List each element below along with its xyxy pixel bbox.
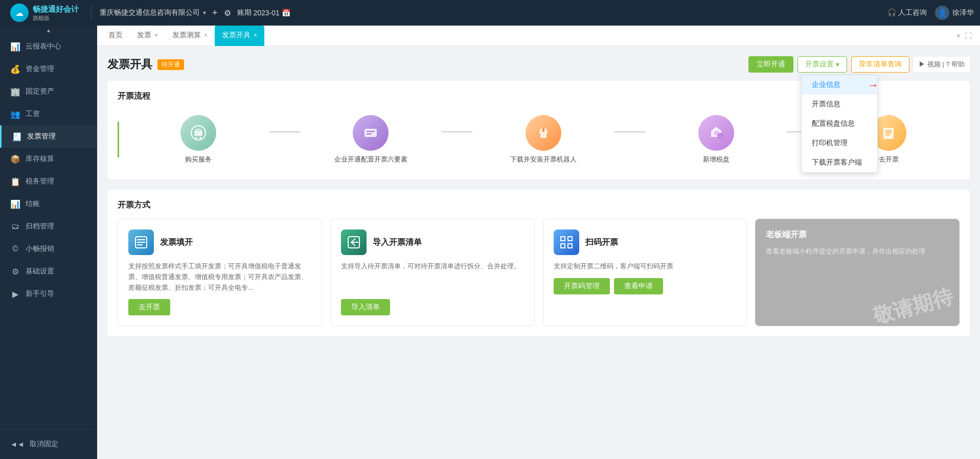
sidebar-item-invoice[interactable]: 🧾 发票管理 (0, 125, 97, 148)
methods-section: 开票方式 发票填开 支持按照发票样式手工填开发票；可开具增值税电子普通发票、增值… (107, 190, 970, 336)
report-icon: © (10, 244, 20, 254)
svg-rect-1 (194, 131, 202, 136)
activate-btn[interactable]: 立即开通 (748, 56, 793, 73)
method-scan-buttons: 开票码管理 查看申请 (554, 278, 737, 294)
overlay-text: 敬请期待 (870, 283, 956, 327)
dropdown-item-tax-config[interactable]: 配置税盘信息 (802, 114, 877, 133)
page-title-area: 发票开具 待开通 (107, 57, 184, 72)
tax-icon: 📋 (10, 176, 20, 187)
page-content: 发票开具 待开通 立即开通 开票设置 ▾ 异常清单查询 ▶ 视频 (97, 46, 980, 459)
method-card-import: 导入开票清单 支持导入待开票清单，可对待开票清单进行拆分、合并处理。 导入清单 (330, 219, 535, 326)
archive-icon: 🗂 (10, 221, 20, 232)
dropdown-item-company-info[interactable]: 企业信息 (802, 75, 877, 95)
sidebar-label-tax: 税务管理 (26, 177, 54, 186)
sidebar-item-inventory[interactable]: 📦 库存核算 (0, 148, 97, 170)
flow-step-buy-label: 购买服务 (185, 155, 212, 164)
company-name: 重庆畅捷交通信息咨询有限公司 (100, 8, 200, 17)
settings-dropdown-arrow: ▾ (836, 60, 839, 68)
sidebar-item-fund[interactable]: 💰 资金管理 (0, 58, 97, 80)
scroll-up-indicator[interactable]: ▲ (0, 26, 97, 35)
flow-step-download: 下载并安装开票机器人 (472, 115, 614, 164)
sidebar-item-settings[interactable]: ⚙ 基础设置 (0, 260, 97, 283)
method-fill-btn[interactable]: 去开票 (128, 299, 170, 315)
tab-invoice-open-label: 发票开具 (222, 31, 250, 40)
svg-text:+: + (719, 134, 721, 139)
sidebar-label-settings: 基础设置 (26, 267, 54, 276)
question-icon: ? (946, 60, 949, 68)
unpin-btn[interactable]: ◄◄ 取消固定 (0, 434, 97, 454)
method-card-scan: 扫码开票 支持定制开票二维码，客户端可扫码开票 开票码管理 查看申请 (543, 219, 747, 326)
method-scan-btn2[interactable]: 查看申请 (614, 278, 663, 294)
method-import-title: 导入开票清单 (373, 237, 422, 248)
tab-maximize-btn[interactable]: ⛶ (965, 32, 972, 40)
tab-invoice-open[interactable]: 发票开具 × (215, 26, 264, 46)
method-import-btn[interactable]: 导入清单 (341, 299, 390, 315)
unpin-label: 取消固定 (30, 440, 58, 449)
tab-invoice-open-close[interactable]: × (254, 32, 257, 39)
flow-step-download-label: 下载并安装开票机器人 (510, 155, 577, 164)
method-scan-btn1[interactable]: 开票码管理 (554, 278, 610, 294)
method-boss-header: 老板端开票 (766, 230, 949, 240)
settings-btn-label: 开票设置 (805, 60, 834, 69)
sidebar-item-archive[interactable]: 🗂 归档管理 (0, 215, 97, 238)
method-import-icon (341, 230, 367, 255)
sidebar-item-cloud-report[interactable]: 📊 云报表中心 (0, 35, 97, 58)
sidebar-item-fixed-assets[interactable]: 🏢 固定资产 (0, 80, 97, 103)
sidebar-label-invoice: 发票管理 (27, 132, 56, 141)
add-company-btn[interactable]: + (212, 8, 218, 18)
logo-sub: 旗舰版 (33, 14, 79, 21)
top-settings-btn[interactable]: ⚙ (224, 8, 231, 18)
top-actions: + ⚙ 账期 2023-01 📅 (212, 8, 290, 18)
settings-btn[interactable]: 开票设置 ▾ (797, 56, 847, 73)
method-fill-header: 发票填开 (128, 230, 311, 255)
flow-icon-download (526, 115, 561, 151)
tab-invoice-test[interactable]: 发票测算 × (165, 26, 215, 46)
sidebar-footer: ◄◄ 取消固定 (0, 429, 97, 459)
flow-left-border (118, 122, 119, 157)
logo-area: ☁ 畅捷通好会计 旗舰版 (6, 4, 83, 22)
sidebar-label-fixed-assets: 固定资产 (26, 87, 54, 96)
inventory-icon: 📦 (10, 154, 20, 164)
tab-home[interactable]: 首页 (101, 26, 130, 46)
tab-close-all-btn[interactable]: × (956, 32, 961, 40)
dropdown-item-invoice-info[interactable]: 开票信息 (802, 95, 877, 114)
dropdown-item-download-client[interactable]: 下载开票客户端 (802, 153, 877, 172)
calendar-icon[interactable]: 📅 (282, 9, 290, 17)
page-title: 发票开具 (107, 57, 152, 72)
video-btn[interactable]: ▶ 视频 | ? 帮助 (914, 57, 970, 72)
unpin-icon: ◄◄ (10, 440, 25, 448)
tab-invoice-list[interactable]: 发票 × (130, 26, 165, 46)
status-badge: 待开通 (157, 59, 184, 70)
logo-icon: ☁ (10, 4, 29, 22)
user-info[interactable]: 👤 徐泽华 (935, 6, 974, 20)
sidebar-item-payroll[interactable]: 👥 工资 (0, 103, 97, 125)
sidebar-label-cloud-report: 云报表中心 (26, 42, 61, 51)
sidebar-item-guide[interactable]: ▶ 新手引导 (0, 283, 97, 305)
svg-rect-26 (568, 237, 572, 241)
dropdown-item-printer[interactable]: 打印机管理 (802, 133, 877, 153)
tab-invoice-list-close[interactable]: × (154, 32, 158, 39)
method-scan-header: 扫码开票 (554, 230, 737, 255)
sidebar-label-settlement: 结账 (26, 199, 40, 209)
sidebar-item-report[interactable]: © 小畅报销 (0, 238, 97, 260)
user-name: 徐泽华 (952, 8, 974, 17)
service-btn[interactable]: 🎧 人工咨询 (887, 8, 927, 17)
tab-invoice-test-close[interactable]: × (204, 32, 208, 39)
settings-icon: ⚙ (10, 266, 20, 277)
fixed-assets-icon: 🏢 (10, 86, 20, 97)
abnormal-btn[interactable]: 异常清单查询 (851, 56, 909, 73)
method-fill-title: 发票填开 (160, 237, 193, 248)
red-arrow-indicator: → (868, 79, 878, 91)
method-boss-desc: 查看老板端小程序提交的开票申请，并作出相应的处理 (766, 246, 949, 257)
payroll-icon: 👥 (10, 109, 20, 119)
top-bar: ☁ 畅捷通好会计 旗舰版 重庆畅捷交通信息咨询有限公司 ▾ + ⚙ 账期 202… (0, 0, 980, 26)
sidebar-label-payroll: 工资 (26, 109, 40, 119)
sidebar-item-tax[interactable]: 📋 税务管理 (0, 170, 97, 193)
invoice-icon: 🧾 (12, 131, 22, 142)
guide-icon: ▶ (10, 289, 20, 299)
play-icon: ▶ (919, 60, 925, 68)
sidebar-item-settlement[interactable]: 📊 结账 (0, 193, 97, 215)
period-info: 账期 2023-01 📅 (237, 8, 290, 17)
flow-icon-tax: 税+ (698, 115, 734, 151)
company-selector[interactable]: 重庆畅捷交通信息咨询有限公司 ▾ (100, 8, 206, 17)
